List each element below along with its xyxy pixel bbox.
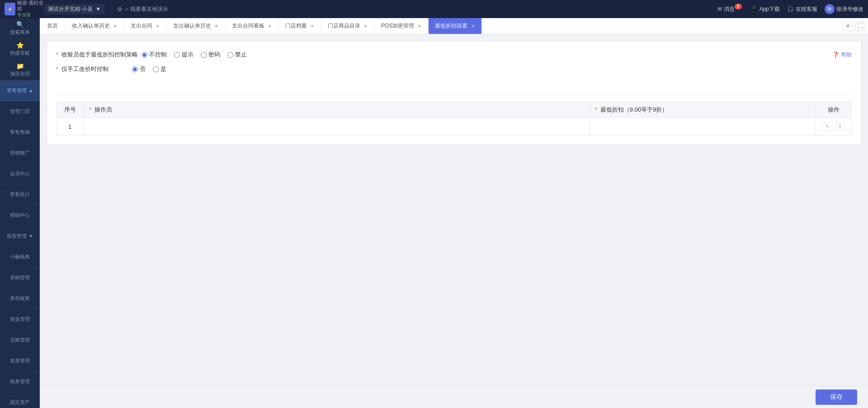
tab-payment-contract[interactable]: 支出合同 ×	[124, 18, 167, 34]
tab-expand-btn[interactable]: ⛶	[855, 21, 865, 31]
required-star-1: *	[56, 51, 58, 58]
sidebar-item-retail[interactable]: 零售管理 ▲	[0, 80, 40, 101]
th-operator: * 操作员	[84, 102, 590, 118]
radio-group-1: 不控制 提示 密码 禁	[142, 51, 247, 59]
project-selector[interactable]: 测试分开完程·小吴 ▼	[44, 4, 104, 14]
save-button[interactable]: 保存	[816, 389, 857, 405]
radio-no[interactable]: 否	[132, 65, 146, 73]
tab-payment-history-close[interactable]: ×	[214, 23, 219, 29]
demo-label: 我要看实例演示	[130, 5, 168, 13]
sidebar-item-accounting[interactable]: 总账管理	[0, 330, 40, 351]
tab-payment-history-label: 支出确认单历史	[173, 22, 211, 30]
tab-store-archive-label: 门店档案	[285, 22, 307, 30]
bottom-bar: 保存	[40, 385, 868, 408]
sidebar-item-assets[interactable]: 固定资产	[0, 392, 40, 408]
tab-bar: 首页 收入确认单历史 × 支出合同 × 支出确认单历史 × 支出合同看板 × 门…	[40, 18, 868, 34]
sidebar-item-search[interactable]: 🔍 搜索菜单	[0, 18, 40, 39]
sidebar-item-tax-label: 税务管理	[10, 378, 30, 385]
delete-btn[interactable]: ✕	[835, 122, 845, 131]
chevron-up-icon: ▲	[28, 88, 33, 93]
demo-link[interactable]: ○ 我要看实例演示	[125, 5, 168, 13]
app-icon: 📱	[751, 6, 758, 12]
tab-payment-contract-close[interactable]: ×	[155, 23, 160, 29]
tab-income-history-close[interactable]: ×	[113, 23, 118, 29]
logo-sub: 专业版	[17, 12, 44, 18]
tab-income-history-label: 收入确认单历史	[72, 22, 110, 30]
sidebar-item-ecommerce-label: 小畅电商	[10, 253, 30, 260]
radio-remind-input[interactable]	[174, 52, 180, 58]
sidebar-item-member[interactable]: 会员中心	[0, 164, 40, 184]
search-icon: 🔍	[16, 21, 24, 28]
tab-payment-board-close[interactable]: ×	[267, 23, 272, 29]
edit-icon: ✎	[825, 123, 830, 130]
sidebar-item-purchase-label: 采购管理	[10, 274, 30, 281]
table-container: 序号 * 操作员 * 最低折扣（9.00等于9折）	[56, 102, 852, 136]
radio-group-2: 否 是	[132, 65, 166, 73]
message-badge: 8	[735, 4, 742, 9]
sidebar-item-invoice[interactable]: 发票管理	[0, 351, 40, 371]
tab-min-discount[interactable]: 最低折扣设置 ×	[429, 18, 482, 34]
help-link[interactable]: ❓ 帮助	[832, 51, 852, 59]
radio-forbid[interactable]: 禁止	[227, 51, 247, 59]
sidebar-item-shortcut-label: 快捷导航	[10, 50, 30, 56]
app-download-btn[interactable]: 📱 App下载	[751, 5, 780, 13]
sidebar-item-accounting-label: 总账管理	[10, 337, 30, 343]
radio-remind[interactable]: 提示	[174, 51, 193, 59]
tab-close-all-btn[interactable]: ✕	[843, 21, 853, 31]
sidebar-item-retail-mall[interactable]: 零售商城	[0, 122, 40, 143]
star-icon: ⭐	[16, 42, 24, 49]
tab-pos-password[interactable]: POS加密管理 ×	[375, 18, 429, 34]
edit-btn[interactable]: ✎	[822, 122, 832, 131]
tab-actions: ✕ ⛶	[843, 21, 868, 31]
radio-no-control[interactable]: 不控制	[142, 51, 167, 59]
tab-income-history[interactable]: 收入确认单历史 ×	[66, 18, 124, 34]
tab-payment-contract-label: 支出合同	[131, 22, 152, 30]
sidebar-item-ecommerce[interactable]: 小畅电商	[0, 247, 40, 267]
sidebar-item-project[interactable]: 📁 项目合同	[0, 60, 40, 80]
radio-yes-input[interactable]	[153, 66, 159, 72]
sidebar-item-help[interactable]: 帮助中心	[0, 205, 40, 226]
tab-min-discount-close[interactable]: ×	[470, 23, 475, 29]
sidebar-item-wholesale-label: 批发管理	[7, 233, 27, 239]
sidebar-item-wholesale[interactable]: 批发管理 ▼	[0, 226, 40, 247]
sidebar-item-purchase[interactable]: 采购管理	[0, 267, 40, 288]
sidebar-item-finance[interactable]: 资金管理	[0, 309, 40, 330]
sidebar-item-project-label: 项目合同	[10, 70, 30, 77]
cell-seq: 1	[57, 118, 84, 136]
sidebar-item-search-label: 搜索菜单	[10, 29, 30, 35]
tab-store-archive[interactable]: 门店档案 ×	[279, 18, 321, 34]
radio-yes[interactable]: 是	[153, 65, 166, 73]
sidebar-item-retail-stats[interactable]: 零售统计	[0, 184, 40, 205]
tab-store-goods-close[interactable]: ×	[363, 23, 368, 29]
tab-home[interactable]: 首页	[40, 18, 66, 34]
radio-password[interactable]: 密码	[201, 51, 220, 59]
sidebar-item-marketing-label: 营销推广	[10, 150, 30, 156]
tab-payment-board[interactable]: 支出合同看板 ×	[226, 18, 279, 34]
message-btn[interactable]: ✉ 消息 8	[717, 5, 744, 13]
sidebar: 🔍 搜索菜单 ⭐ 快捷导航 📁 项目合同 零售管理 ▲ 智营门店 零售商城 营销…	[0, 18, 40, 408]
th-action: 操作	[816, 102, 852, 118]
customer-service-btn[interactable]: 🎧 在线客服	[787, 5, 817, 13]
radio-password-input[interactable]	[201, 52, 207, 58]
table-row: 1 ✎ ✕	[57, 118, 852, 136]
tab-payment-history[interactable]: 支出确认单历史 ×	[167, 18, 226, 34]
page-content: * 收银员低于最低折扣控制策略 不控制 提示	[40, 34, 868, 385]
sidebar-item-tax[interactable]: 税务管理	[0, 371, 40, 392]
sidebar-item-shortcut[interactable]: ⭐ 快捷导航	[0, 39, 40, 60]
sidebar-item-invoice-label: 发票管理	[10, 357, 30, 364]
radio-no-control-input[interactable]	[142, 52, 147, 58]
folder-icon: 📁	[16, 62, 24, 70]
sidebar-item-marketing[interactable]: 营销推广	[0, 143, 40, 164]
top-bar-right: ✉ 消息 8 📱 App下载 🎧 在线客服 徐 徐泽华修改	[717, 4, 863, 14]
tab-store-goods[interactable]: 门店商品目录 ×	[321, 18, 375, 34]
tab-pos-password-close[interactable]: ×	[417, 23, 422, 29]
settings-icon[interactable]: ⚙	[115, 4, 125, 14]
sidebar-item-inventory[interactable]: 库存核算	[0, 288, 40, 309]
tab-pos-password-label: POS加密管理	[381, 22, 414, 30]
tab-store-archive-close[interactable]: ×	[310, 23, 315, 29]
expand-icon: ⛶	[858, 23, 863, 29]
user-avatar-btn[interactable]: 徐 徐泽华修改	[825, 4, 863, 14]
radio-no-input[interactable]	[132, 66, 138, 72]
sidebar-item-smart-store[interactable]: 智营门店	[0, 101, 40, 122]
radio-forbid-input[interactable]	[227, 52, 233, 58]
